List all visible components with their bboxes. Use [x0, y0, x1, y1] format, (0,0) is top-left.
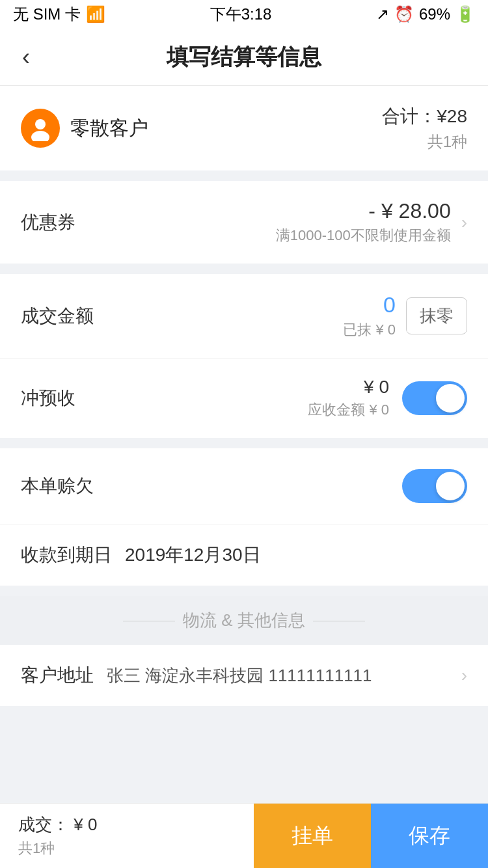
- precollect-label: 冲预收: [21, 386, 99, 411]
- coupon-subtext: 满1000-100不限制使用金额: [276, 226, 451, 245]
- precollect-amounts: ¥ 0 应收金额 ¥ 0: [308, 377, 389, 420]
- logistics-divider: 物流 & 其他信息: [0, 596, 488, 645]
- precollect-main: ¥ 0: [308, 377, 389, 398]
- bottom-bar: 成交： ¥ 0 共1种 挂单 保存: [0, 803, 488, 868]
- debt-row: 本单赊欠: [0, 448, 488, 524]
- precollect-row: 冲预收 ¥ 0 应收金额 ¥ 0: [0, 358, 488, 438]
- address-row[interactable]: 客户地址 张三 海淀永丰科技园 11111111111 ›: [0, 645, 488, 706]
- address-label: 客户地址: [21, 663, 99, 688]
- amount-section: 成交金额 0 已抹 ¥ 0 抹零 冲预收 ¥ 0 应收金额 ¥ 0: [0, 274, 488, 438]
- page-title: 填写结算等信息: [167, 42, 321, 72]
- amount-sub: 已抹 ¥ 0: [343, 320, 396, 340]
- bottom-summary-sub: 共1种: [18, 839, 236, 858]
- debt-toggle[interactable]: [402, 469, 467, 503]
- coupon-section[interactable]: 优惠券 - ¥ 28.00 满1000-100不限制使用金额 ›: [0, 181, 488, 264]
- address-value: 张三 海淀永丰科技园 11111111111: [107, 664, 454, 687]
- debt-label: 本单赊欠: [21, 474, 94, 498]
- status-bar: 无 SIM 卡 📶 下午3:18 ↗ ⏰ 69% 🔋: [0, 0, 488, 29]
- battery-icon: 🔋: [455, 5, 475, 23]
- customer-total: 合计：¥28 共1种: [382, 104, 467, 152]
- location-icon: ↗: [376, 5, 389, 23]
- amount-right: 0 已抹 ¥ 0 抹零: [343, 292, 467, 340]
- logistics-divider-text: 物流 & 其他信息: [183, 609, 305, 632]
- amount-value: 0: [343, 292, 396, 318]
- amount-values: 0 已抹 ¥ 0: [343, 292, 396, 340]
- customer-row: 零散客户 合计：¥28 共1种: [0, 86, 488, 170]
- carrier-text: 无 SIM 卡: [13, 4, 81, 25]
- customer-name: 零散客户: [70, 115, 148, 142]
- coupon-right: - ¥ 28.00 满1000-100不限制使用金额 ›: [276, 199, 467, 245]
- chevron-right-icon: ›: [461, 212, 467, 233]
- coupon-discount: - ¥ 28.00: [276, 199, 451, 223]
- svg-point-1: [31, 131, 49, 141]
- total-amount: 合计：¥28: [382, 104, 467, 129]
- precollect-right: ¥ 0 应收金额 ¥ 0: [308, 377, 467, 420]
- precollect-toggle[interactable]: [402, 381, 467, 415]
- avatar: [21, 109, 60, 148]
- bottom-summary: 成交： ¥ 0 共1种: [0, 813, 254, 858]
- amount-row: 成交金额 0 已抹 ¥ 0 抹零: [0, 274, 488, 358]
- duedate-row[interactable]: 收款到期日 2019年12月30日: [0, 524, 488, 586]
- status-right: ↗ ⏰ 69% 🔋: [376, 5, 475, 23]
- bottom-summary-main: 成交： ¥ 0: [18, 813, 236, 836]
- coupon-values: - ¥ 28.00 满1000-100不限制使用金额: [276, 199, 451, 245]
- duedate-label: 收款到期日: [21, 543, 112, 567]
- svg-point-0: [35, 119, 46, 129]
- debt-toggle-knob: [436, 472, 465, 500]
- amount-label: 成交金额: [21, 304, 99, 329]
- total-count: 共1种: [382, 131, 467, 152]
- hang-button[interactable]: 挂单: [254, 804, 371, 869]
- coupon-row[interactable]: 优惠券 - ¥ 28.00 满1000-100不限制使用金额 ›: [0, 181, 488, 264]
- round-button[interactable]: 抹零: [406, 297, 467, 334]
- alarm-icon: ⏰: [394, 5, 414, 23]
- customer-section: 零散客户 合计：¥28 共1种: [0, 86, 488, 170]
- wifi-icon: 📶: [86, 5, 105, 23]
- precollect-sub: 应收金额 ¥ 0: [308, 400, 389, 420]
- toggle-knob: [436, 384, 465, 413]
- status-left: 无 SIM 卡 📶: [13, 4, 105, 25]
- address-section[interactable]: 客户地址 张三 海淀永丰科技园 11111111111 ›: [0, 645, 488, 706]
- back-button[interactable]: ‹: [16, 37, 36, 77]
- save-button[interactable]: 保存: [371, 804, 488, 869]
- status-time: 下午3:18: [210, 4, 272, 25]
- nav-bar: ‹ 填写结算等信息: [0, 29, 488, 86]
- coupon-label: 优惠券: [21, 210, 99, 235]
- debt-section: 本单赊欠 收款到期日 2019年12月30日: [0, 448, 488, 586]
- customer-left: 零散客户: [21, 109, 148, 148]
- battery-text: 69%: [419, 5, 450, 23]
- duedate-value: 2019年12月30日: [125, 543, 261, 567]
- address-chevron-icon: ›: [461, 665, 467, 686]
